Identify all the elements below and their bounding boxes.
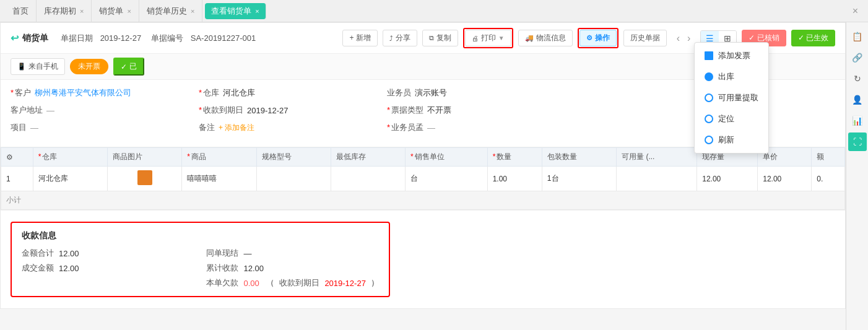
doc-title-text: 销货单 <box>22 33 48 44</box>
col-quantity: *数量 <box>487 148 542 167</box>
cell-product-image <box>108 167 182 191</box>
payment-title: 收款信息 <box>22 230 379 241</box>
cell-pack-qty: 1台 <box>542 167 616 191</box>
sidebar-icon-user[interactable]: 👤 <box>848 90 867 109</box>
tab-close-sales-order[interactable]: × <box>127 7 131 15</box>
cell-current-stock: 12.00 <box>697 167 758 191</box>
sidebar-icon-refresh[interactable]: ↻ <box>848 69 867 88</box>
tab-close-sales-history[interactable]: × <box>191 7 194 15</box>
customer-value[interactable]: 柳州粤港平安气体有限公司 <box>35 87 131 98</box>
dropdown-warehouse-out[interactable]: 出库 <box>695 66 768 87</box>
cumulative-row: 累计收款 12.00 <box>206 263 378 274</box>
address-value: — <box>46 106 54 115</box>
outstanding-row: 本单欠款 0.00 （ 收款到期日 2019-12-27 ） <box>206 277 378 289</box>
outstanding-value: 0.00 <box>243 279 259 288</box>
project-field: 项目 — <box>11 122 184 133</box>
ticket-type-value: 不开票 <box>427 105 451 116</box>
doc-number-value: SA-20191227-001 <box>191 33 256 43</box>
subtotal-label: 小计 <box>1 191 845 210</box>
ticket-type-field: *票据类型 不开票 <box>387 105 560 116</box>
tab-sales-history[interactable]: 销货单历史 × <box>139 0 202 22</box>
prev-arrow[interactable]: ‹ <box>674 32 682 45</box>
subtotal-row: 小计 <box>1 191 845 210</box>
col-min-stock: 最低库存 <box>331 148 405 167</box>
share-button[interactable]: ⤴ 分享 <box>383 30 417 46</box>
customer-field: *客户 柳州粤港平安气体有限公司 <box>11 87 184 98</box>
tab-close-check-sales[interactable]: × <box>255 7 259 15</box>
cell-index: 1 <box>1 167 33 191</box>
warehouse-out-icon <box>705 72 713 81</box>
col-product: *商品 <box>182 148 256 167</box>
tab-inventory-init[interactable]: 库存期初 × <box>37 0 92 22</box>
address-field: 客户地址 — <box>11 105 184 116</box>
cell-min-stock <box>331 167 405 191</box>
doc-date-label: 单据日期 2019-12-27 <box>61 33 141 44</box>
not-opened-button[interactable]: 未开票 <box>70 59 108 74</box>
doc-number-label: 单据编号 SA-20191227-001 <box>151 33 256 44</box>
sales-staff-field: *业务员孟 — <box>387 122 560 133</box>
due-date-value: 2019-12-27 <box>247 106 289 115</box>
logistics-button[interactable]: 🚚 物流信息 <box>518 30 573 46</box>
add-remark-button[interactable]: + 添加备注 <box>219 123 254 133</box>
same-order-label: 同单现结 <box>206 248 238 259</box>
col-spec: 规格型号 <box>256 148 331 167</box>
same-order-value: — <box>243 249 251 258</box>
sidebar-icon-link[interactable]: 🔗 <box>848 48 867 67</box>
sidebar-icon-expand[interactable]: ⛶ <box>848 132 867 151</box>
window-close-button[interactable]: × <box>848 6 863 17</box>
payment-section: 收款信息 金额合计 12.00 同单现结 — 成交金额 12.00 <box>11 222 390 297</box>
staff-value: 演示账号 <box>415 87 447 98</box>
cell-spec <box>256 167 331 191</box>
dropdown-refresh[interactable]: 刷新 <box>695 129 768 150</box>
sales-staff-value: — <box>427 123 435 132</box>
print-button[interactable]: 🖨 打印 ▼ <box>465 30 511 46</box>
cumulative-value: 12.00 <box>243 264 264 273</box>
available-fetch-icon <box>705 93 713 102</box>
data-table: ⚙ *仓库 商品图片 *商品 规格型号 最低库存 *销售单位 *数量 包装数量 … <box>1 147 845 210</box>
refresh-icon <box>705 136 713 144</box>
payment-section-wrapper: 收款信息 金额合计 12.00 同单现结 — 成交金额 12.00 <box>1 211 845 308</box>
due-date-label-inline: 收款到期日 <box>279 277 319 289</box>
col-pack-qty: 包装数量 <box>542 148 616 167</box>
tab-close-inventory-init[interactable]: × <box>80 7 84 15</box>
due-date-field: *收款到期日 2019-12-27 <box>199 105 372 116</box>
sidebar-icon-clipboard[interactable]: 📋 <box>848 27 867 46</box>
col-sales-unit: *销售单位 <box>406 148 488 167</box>
doc-title: ↩ 销货单 <box>11 32 48 44</box>
right-sidebar: 📋 🔗 ↻ 👤 📊 ⛶ <box>846 22 868 330</box>
col-available: 可用量 (... <box>617 148 697 167</box>
product-image-thumb <box>137 170 152 185</box>
outstanding-label: 本单欠款 <box>206 277 238 289</box>
history-button[interactable]: 历史单据 <box>623 30 667 46</box>
warehouse-field: *仓库 河北仓库 <box>199 87 372 98</box>
from-phone-button[interactable]: 📱 来自手机 <box>11 58 65 75</box>
due-date-inline-value: 2019-12-27 <box>324 279 366 288</box>
payment-grid: 金额合计 12.00 同单现结 — 成交金额 12.00 累计收款 12.00 <box>22 248 379 289</box>
dropdown-available-fetch[interactable]: 可用量提取 <box>695 87 768 108</box>
cumulative-label: 累计收款 <box>206 263 238 274</box>
col-settings[interactable]: ⚙ <box>1 148 33 167</box>
dropdown-add-invoice[interactable]: 添加发票 <box>695 45 768 66</box>
project-value: — <box>30 123 38 132</box>
copy-button[interactable]: ⧉ 复制 <box>422 30 458 46</box>
effect-status-button[interactable]: ✓ 已生效 <box>791 30 835 46</box>
tab-home[interactable]: 首页 <box>5 0 37 22</box>
same-order-row: 同单现结 — <box>206 248 378 259</box>
table-row: 1 河北仓库 嘻嘻嘻嘻 台 1.00 1台 12.00 12.00 <box>1 167 845 191</box>
nav-arrows: ‹ › <box>674 32 693 45</box>
cell-sales-unit: 台 <box>406 167 488 191</box>
operation-button[interactable]: ⚙ 操作 <box>579 30 617 46</box>
new-button[interactable]: + 新增 <box>342 30 377 46</box>
total-label: 金额合计 <box>22 248 54 259</box>
operation-dropdown: 添加发票 出库 可用量提取 定位 刷新 <box>694 42 769 154</box>
total-value: 12.00 <box>59 249 79 258</box>
tab-bar: 首页 库存期初 × 销货单 × 销货单历史 × 查看销货单 × × <box>0 0 868 22</box>
cell-unit-price: 12.00 <box>758 167 812 191</box>
transaction-row: 成交金额 12.00 <box>22 263 194 274</box>
tab-check-sales[interactable]: 查看销货单 × <box>205 3 266 19</box>
dropdown-locate[interactable]: 定位 <box>695 108 768 129</box>
next-arrow[interactable]: › <box>685 32 693 45</box>
sidebar-icon-chart[interactable]: 📊 <box>848 111 867 130</box>
tab-sales-order[interactable]: 销货单 × <box>92 0 139 22</box>
check-button[interactable]: ✓ 已 <box>113 58 144 76</box>
